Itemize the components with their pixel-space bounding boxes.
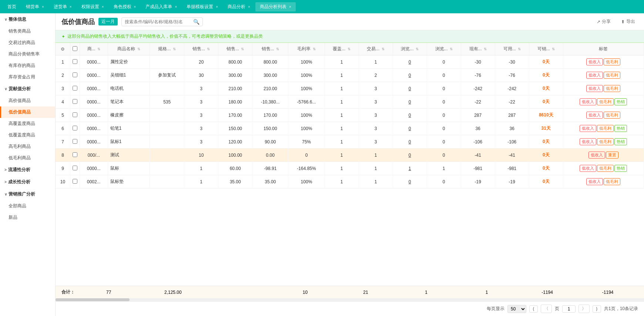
col-name[interactable]: 商品名称 ⇅ [108, 43, 150, 55]
nav-permission[interactable]: 权限设置 × [77, 2, 108, 11]
browse-link[interactable]: 0 [409, 73, 411, 78]
browse-link[interactable]: 0 [409, 60, 411, 65]
prev-page-button[interactable]: 〈 [541, 305, 552, 313]
row-checkbox[interactable] [73, 112, 77, 117]
row-checkbox[interactable] [73, 166, 77, 170]
time-tag[interactable]: 近一月 [98, 18, 118, 26]
row-checkbox[interactable] [73, 86, 77, 91]
sidebar-item-new-products[interactable]: 新品 [0, 212, 55, 223]
tag-badge: 重置 [606, 152, 618, 159]
search-input[interactable] [125, 19, 191, 24]
sidebar-group-marketing[interactable]: ∨ 营销推广分析 [0, 188, 55, 200]
row-checkbox[interactable] [73, 179, 77, 184]
col-browse1[interactable]: 浏览... ⇅ [393, 43, 427, 55]
browse-link[interactable]: 0 [409, 86, 411, 91]
row-spec [150, 149, 184, 162]
browse-link[interactable]: 0 [409, 113, 411, 118]
table-row: 8 000/... 测试 10 100.00 0.00 0 1 1 0 0 -4… [56, 149, 644, 162]
nav-template-settings[interactable]: 单据模板设置 × [182, 2, 222, 11]
nav-close-icon[interactable]: × [134, 5, 136, 9]
browse-link[interactable]: 0 [409, 139, 411, 145]
nav-sales-order[interactable]: 销货单 × [21, 2, 48, 11]
tag-badge: 低毛利 [604, 85, 620, 92]
nav-close-icon[interactable]: × [42, 5, 44, 9]
browse-link[interactable]: 1 [409, 166, 411, 171]
nav-product-inbound[interactable]: 产成品入库单 × [141, 2, 181, 11]
sidebar-item-high-profit[interactable]: 高毛利商品 [0, 141, 55, 152]
sidebar-item-all-products[interactable]: 全部商品 [0, 200, 55, 212]
search-icon[interactable]: 🔍 [193, 19, 199, 25]
sidebar-item-sales-products[interactable]: 销售类商品 [0, 26, 55, 37]
next-page-button[interactable]: 〉 [578, 305, 590, 313]
browse-link[interactable]: 0 [409, 153, 411, 158]
browse-link[interactable]: 0 [409, 179, 411, 184]
row-checkbox[interactable] [73, 72, 77, 77]
sidebar-group-growth[interactable]: > 成长性分析 [0, 176, 55, 188]
row-stock2: -19 [495, 175, 529, 188]
sidebar-group-contribution[interactable]: ∨ 贡献值分析 [0, 83, 55, 95]
nav-home[interactable]: 首页 [3, 2, 21, 11]
first-page-button[interactable]: ⟨ [529, 305, 538, 313]
col-stock1[interactable]: 现有... ⇅ [461, 43, 495, 55]
nav-close-icon[interactable]: × [248, 5, 250, 9]
row-browse2: 1 [427, 162, 461, 175]
col-salable[interactable]: 可销... ⇅ [529, 43, 563, 55]
nav-close-icon[interactable]: × [216, 5, 218, 9]
nav-product-analysis[interactable]: 商品分析 × [223, 2, 255, 11]
col-trade[interactable]: 交易... ⇅ [359, 43, 393, 55]
sidebar-item-low-profit[interactable]: 低毛利商品 [0, 152, 55, 164]
sidebar-item-category-sales-rate[interactable]: 商品分类销售率 [0, 48, 55, 60]
col-coverage[interactable]: 覆盖... ⇅ [325, 43, 359, 55]
col-sales-amount[interactable]: 销售... ⇅ [252, 43, 288, 55]
nav-close-icon[interactable]: × [175, 5, 177, 9]
nav-close-icon[interactable]: × [102, 5, 104, 9]
row-code: 0000... [80, 109, 108, 122]
col-sales-qty[interactable]: 销售... ⇅ [184, 43, 218, 55]
footer-placeholder [226, 290, 256, 295]
row-coverage: 1 [325, 175, 359, 188]
horizontal-scrollbar[interactable] [56, 298, 644, 301]
sidebar-item-low-coverage[interactable]: 低覆盖度商品 [0, 129, 55, 141]
col-settings[interactable]: ⚙ [56, 43, 70, 55]
col-code[interactable]: 商... ⇅ [80, 43, 108, 55]
row-checkbox[interactable] [73, 99, 77, 104]
last-page-button[interactable]: ⟩ [593, 305, 601, 313]
sidebar-group-overall[interactable]: ∨ 整体信息 [0, 13, 55, 26]
col-browse2[interactable]: 浏览... ⇅ [427, 43, 461, 55]
col-stock2[interactable]: 可用... ⇅ [495, 43, 529, 55]
row-checkbox[interactable] [73, 59, 77, 64]
nav-role-auth[interactable]: 角色授权 × [109, 2, 141, 11]
nav-product-analysis-list[interactable]: 商品分析列表 × [255, 2, 296, 11]
row-browse2: 0 [427, 135, 461, 149]
row-checkbox[interactable] [73, 152, 77, 157]
browse-link[interactable]: 0 [409, 99, 411, 105]
nav-close-icon[interactable]: × [70, 5, 72, 9]
row-checkbox[interactable] [73, 126, 77, 130]
sidebar-item-high-value[interactable]: 高价值商品 [0, 95, 55, 106]
sidebar-item-traded-products[interactable]: 交易过的商品 [0, 37, 55, 48]
row-checkbox[interactable] [73, 139, 77, 144]
sidebar-group-liquidity[interactable]: > 流通性分析 [0, 164, 55, 176]
info-bar: ✦ 这部分商品的销售收入大幅低于商品平均销售收入，价值不高，可考虑调整营销策略，… [56, 30, 644, 43]
col-sales-price[interactable]: 销售... ⇅ [218, 43, 252, 55]
share-button[interactable]: ↗ 分享 [594, 17, 614, 26]
sidebar-item-stock-products[interactable]: 有库存的商品 [0, 60, 55, 71]
browse-link[interactable]: 0 [409, 126, 411, 131]
col-gross-rate[interactable]: 毛利率 ⇅ [288, 43, 325, 55]
salable-days: 0天 [543, 166, 550, 171]
nav-purchase-order[interactable]: 进货单 × [49, 2, 76, 11]
row-name: 笔记本 [108, 95, 150, 109]
page-label: 页 [555, 306, 559, 312]
nav-close-icon[interactable]: × [289, 5, 291, 9]
col-spec[interactable]: 规格... ⇅ [150, 43, 184, 55]
row-coverage: 1 [325, 122, 359, 135]
page-number-input[interactable] [562, 305, 576, 313]
export-button[interactable]: ⬆ 导出 [618, 17, 638, 26]
footer-stock1: -1194 [536, 290, 559, 295]
page-size-select[interactable]: 50 100 [507, 305, 526, 313]
sidebar-item-high-coverage[interactable]: 高覆盖度商品 [0, 118, 55, 129]
scrollbar-thumb[interactable] [56, 298, 130, 301]
sidebar-item-low-value[interactable]: 低价值商品 [0, 106, 55, 118]
select-all-checkbox[interactable] [73, 46, 77, 51]
sidebar-item-stock-fund[interactable]: 库存资金占用 [0, 71, 55, 83]
